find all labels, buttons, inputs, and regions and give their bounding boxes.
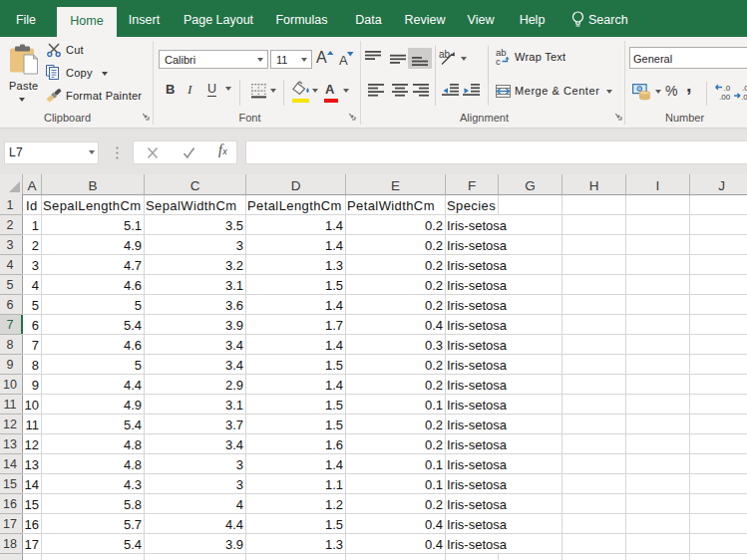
svg-text:c: c bbox=[496, 56, 501, 67]
svg-text:.00: .00 bbox=[719, 93, 731, 102]
svg-text:.0: .0 bbox=[741, 93, 747, 102]
